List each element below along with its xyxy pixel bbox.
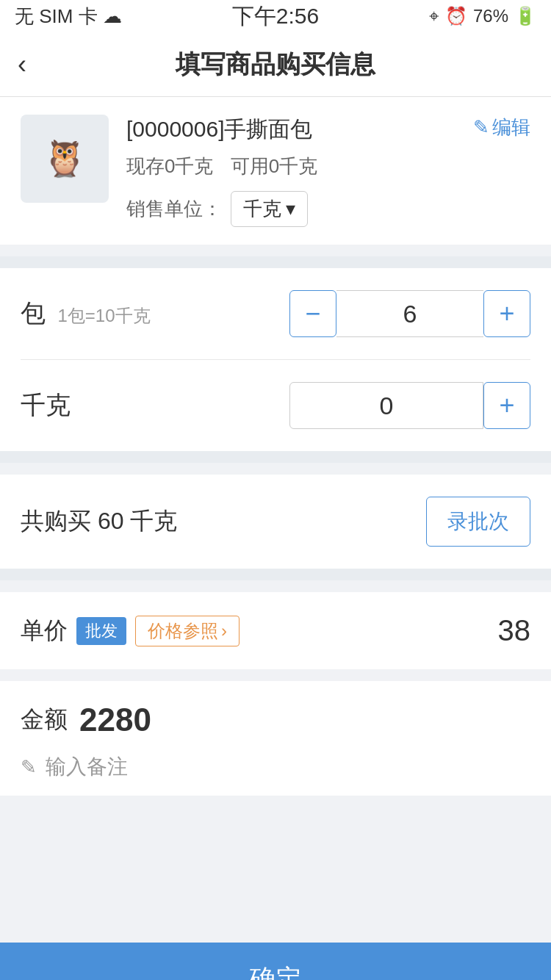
bao-section: 包 1包=10千克 − + 千克 + [0, 268, 551, 451]
stock-current: 现存0千克 [126, 155, 213, 177]
qianke-label: 千克 [21, 389, 71, 422]
price-row: 单价 批发 价格参照 › 38 [21, 614, 530, 647]
divider-1 [0, 256, 551, 268]
status-time: 下午2:56 [232, 1, 319, 32]
bao-plus-button[interactable]: + [483, 290, 530, 337]
qianke-input[interactable] [289, 382, 483, 429]
bao-label-group: 包 1包=10千克 [21, 297, 151, 331]
status-right: ⌖ ⏰ 76% 🔋 [429, 6, 536, 26]
status-signal: 无 SIM 卡 ☁ [15, 4, 122, 29]
qianke-input-row: 千克 + [21, 360, 530, 451]
battery-icon: 🔋 [514, 6, 536, 26]
page-title: 填写商品购买信息 [176, 48, 375, 82]
content-spacer [0, 796, 551, 943]
pencil-icon: ✎ [21, 756, 37, 779]
amount-value: 2280 [79, 702, 151, 738]
unit-value: 千克 [243, 196, 281, 222]
product-stock: 现存0千克 可用0千克 [126, 154, 530, 179]
confirm-button[interactable]: 确定 [0, 943, 551, 980]
nav-bar: ‹ 填写商品购买信息 [0, 32, 551, 97]
amount-section: 金额 2280 ✎ 输入备注 [0, 681, 551, 796]
amount-label: 金额 [21, 704, 68, 736]
bao-minus-button[interactable]: − [289, 290, 336, 337]
remark-row[interactable]: ✎ 输入备注 [21, 753, 530, 781]
price-ref-button[interactable]: 价格参照 › [135, 616, 240, 646]
bao-stepper: − + [289, 290, 530, 337]
amount-row: 金额 2280 [21, 702, 530, 738]
price-ref-label: 价格参照 [148, 619, 218, 643]
product-name: [0000006]手撕面包 [126, 115, 312, 145]
pifa-tag: 批发 [76, 617, 126, 645]
price-label: 单价 [21, 615, 68, 647]
confirm-label: 确定 [249, 962, 302, 981]
edit-label: 编辑 [492, 115, 530, 140]
divider-3 [0, 569, 551, 580]
price-ref-arrow-icon: › [221, 621, 227, 641]
unit-select[interactable]: 千克 ▾ [231, 191, 308, 227]
price-value: 38 [498, 614, 531, 647]
product-logo-icon: 🦉 [43, 138, 87, 179]
alarm-icon: ⏰ [445, 6, 467, 26]
location-icon: ⌖ [429, 6, 439, 26]
edit-icon: ✎ [473, 116, 489, 139]
remark-placeholder: 输入备注 [46, 753, 128, 781]
battery-text: 76% [473, 6, 508, 26]
status-bar: 无 SIM 卡 ☁ 下午2:56 ⌖ ⏰ 76% 🔋 [0, 0, 551, 32]
record-batch-button[interactable]: 录批次 [426, 497, 530, 547]
summary-section: 共购买 60 千克 录批次 [0, 475, 551, 569]
price-label-group: 单价 批发 价格参照 › [21, 615, 240, 647]
summary-text: 共购买 60 千克 [21, 505, 177, 538]
product-unit-row: 销售单位： 千克 ▾ [126, 191, 530, 227]
divider-2 [0, 451, 551, 463]
product-card: 🦉 [0000006]手撕面包 ✎ 编辑 现存0千克 可用0千克 销售单位： 千… [0, 97, 551, 245]
bao-input-row: 包 1包=10千克 − + [21, 268, 530, 360]
bao-sub-label: 1包=10千克 [57, 306, 150, 325]
chevron-down-icon: ▾ [286, 198, 295, 220]
product-image: 🦉 [21, 115, 109, 203]
qianke-plus-button[interactable]: + [483, 382, 530, 429]
bao-label: 包 [21, 299, 46, 327]
product-info: [0000006]手撕面包 ✎ 编辑 现存0千克 可用0千克 销售单位： 千克 … [126, 115, 530, 227]
unit-label: 销售单位： [126, 196, 222, 222]
back-button[interactable]: ‹ [18, 49, 26, 80]
bao-input[interactable] [336, 290, 483, 337]
qianke-stepper: + [289, 382, 530, 429]
product-name-row: [0000006]手撕面包 ✎ 编辑 [126, 115, 530, 145]
price-section: 单价 批发 价格参照 › 38 [0, 592, 551, 669]
stock-available: 可用0千克 [231, 155, 317, 177]
edit-button[interactable]: ✎ 编辑 [473, 115, 530, 140]
